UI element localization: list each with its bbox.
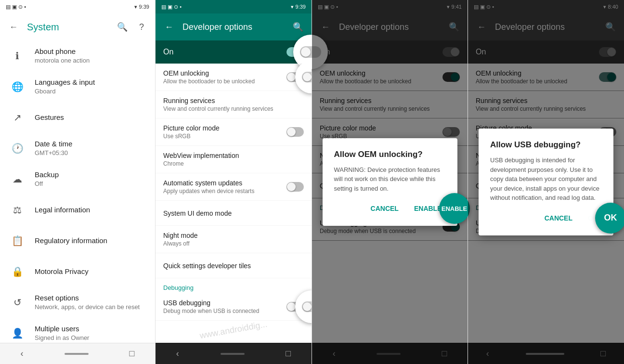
dev-item-autoupdate[interactable]: Automatic system updates Apply updates w…: [156, 173, 312, 201]
dev-item-picture[interactable]: Picture color mode Use sRGB: [156, 118, 312, 146]
autoupdate-title: Automatic system updates: [163, 179, 254, 187]
datetime-icon: 🕐: [8, 139, 27, 158]
nav-bar-2: ‹ □: [156, 343, 312, 364]
settings-item-reset[interactable]: ↺ Reset options Network, apps, or device…: [0, 287, 155, 318]
dev-item-usb[interactable]: USB debugging Debug mode when USB is con…: [156, 293, 312, 321]
settings-item-users[interactable]: 👤 Multiple users Signed in as Owner: [0, 318, 155, 343]
languages-sub: Gboard: [35, 88, 147, 96]
settings-item-gestures[interactable]: ↗ Gestures: [0, 102, 155, 133]
back-icon-1[interactable]: ←: [8, 21, 19, 33]
toolbar-1: ← System 🔍 ?: [0, 13, 155, 40]
notification-icons: ▤ ▣ ⊙ •: [6, 4, 26, 10]
settings-item-about[interactable]: ℹ About phone motorola one action: [0, 40, 155, 71]
status-icons-left: ▤ ▣ ⊙ •: [6, 4, 26, 10]
dev-item-oem[interactable]: OEM unlocking Allow the bootloader to be…: [156, 64, 312, 91]
oem-sub: Allow the bootloader to be unlocked: [163, 78, 255, 85]
developer-title-2: Developer options: [182, 22, 252, 32]
help-icon-1[interactable]: ?: [136, 21, 147, 33]
enable-circle: Enable: [439, 193, 470, 224]
back-nav-1[interactable]: ‹: [21, 349, 24, 359]
backup-icon: ☁: [8, 169, 27, 189]
settings-item-languages[interactable]: 🌐 Languages & input Gboard: [0, 71, 155, 102]
ui-demo-title: System UI demo mode: [163, 209, 304, 217]
usb-large-toggle[interactable]: [302, 301, 312, 312]
search-icon-2[interactable]: 🔍: [292, 21, 304, 33]
usb-toggle-thumb: [287, 302, 296, 311]
usb-circle: [295, 290, 312, 323]
datetime-text: Date & time GMT+05:30: [35, 139, 147, 157]
night-title: Night mode: [163, 232, 304, 239]
reset-icon: ↺: [8, 293, 27, 312]
dev-item-night[interactable]: Night mode Always off: [156, 226, 312, 253]
datetime-title: Date & time: [35, 139, 147, 149]
usb-cancel-button[interactable]: Cancel: [541, 212, 576, 224]
gestures-text: Gestures: [35, 113, 147, 122]
panel-usb-dialog: ▤ ▣ ⊙ • ▾ 8:40 ← Developer options 🔍 On …: [468, 0, 624, 364]
users-icon: 👤: [8, 324, 27, 343]
languages-text: Languages & input Gboard: [35, 78, 147, 95]
settings-item-regulatory[interactable]: 📋 Regulatory information: [0, 225, 155, 256]
oem-large-toggle[interactable]: [302, 72, 312, 82]
dev-settings-list-2: OEM unlocking Allow the bootloader to be…: [156, 64, 312, 343]
back-icon-2[interactable]: ←: [163, 21, 175, 33]
recents-nav-2[interactable]: □: [286, 349, 291, 359]
autoupdate-sub: Apply updates when device restarts: [163, 188, 254, 195]
oem-dialog-buttons: Cancel Enable Enable: [334, 203, 446, 214]
settings-item-privacy[interactable]: 🔒 Motorola Privacy: [0, 256, 155, 287]
about-sub: motorola one action: [35, 57, 147, 65]
languages-icon: 🌐: [8, 77, 27, 96]
dev-item-quicksettings[interactable]: Quick settings developer tiles: [156, 253, 312, 278]
oem-dialog: Allow OEM unlocking? WARNING: Device pro…: [323, 138, 457, 226]
usb-large-toggle-thumb: [303, 302, 312, 311]
webview-sub: Chrome: [163, 160, 304, 167]
regulatory-icon: 📋: [8, 231, 27, 250]
usb-row: USB debugging Debug mode when USB is con…: [163, 299, 304, 314]
status-bar-2: ▤ ▣ ⊙ • ▾ 9:39: [156, 0, 312, 13]
oem-toggle-thumb: [287, 73, 296, 81]
night-sub: Always off: [163, 240, 304, 247]
privacy-title: Motorola Privacy: [35, 267, 147, 276]
search-icon-1[interactable]: 🔍: [117, 21, 128, 33]
backup-text: Backup Off: [35, 170, 147, 188]
picture-row: Picture color mode Use sRGB: [163, 124, 304, 140]
usb-dialog-buttons: Cancel OK OK: [490, 212, 602, 224]
autoupdate-text: Automatic system updates Apply updates w…: [163, 179, 254, 195]
users-sub: Signed in as Owner: [35, 334, 147, 342]
settings-item-datetime[interactable]: 🕐 Date & time GMT+05:30: [0, 133, 155, 164]
picture-text: Picture color mode Use sRGB: [163, 124, 220, 140]
languages-title: Languages & input: [35, 78, 147, 87]
autoupdate-toggle[interactable]: [286, 182, 304, 192]
settings-item-backup[interactable]: ☁ Backup Off: [0, 164, 155, 195]
back-nav-2[interactable]: ‹: [176, 349, 179, 359]
toolbar-actions-2: 🔍: [292, 21, 304, 33]
dev-item-webview[interactable]: WebView implementation Chrome: [156, 146, 312, 173]
picture-title: Picture color mode: [163, 124, 220, 132]
picture-toggle-thumb: [287, 128, 296, 136]
oem-cancel-button[interactable]: Cancel: [367, 203, 403, 214]
users-title: Multiple users: [35, 324, 147, 334]
autoupdate-row: Automatic system updates Apply updates w…: [163, 179, 304, 195]
dev-item-ui-demo[interactable]: System UI demo mode: [156, 201, 312, 226]
recents-nav-1[interactable]: □: [130, 349, 135, 359]
dev-item-running[interactable]: Running services View and control curren…: [156, 91, 312, 118]
usb-dialog-body: USB debugging is intended for developmen…: [490, 156, 602, 203]
backup-title: Backup: [35, 170, 147, 180]
panel-system-settings: ▤ ▣ ⊙ • ▾ 9:39 ← System 🔍 ? ℹ About phon…: [0, 0, 156, 364]
status-icons-right: ▾ 9:39: [134, 4, 149, 10]
status-bar-1: ▤ ▣ ⊙ • ▾ 9:39: [0, 0, 155, 13]
settings-item-legal[interactable]: ⚖ Legal information: [0, 195, 155, 225]
panel-oem-dialog: ▤ ▣ ⊙ • ▾ 9:41 ← Developer options 🔍 On …: [312, 0, 468, 364]
about-icon: ℹ: [8, 46, 27, 65]
time-1: 9:39: [139, 4, 149, 10]
home-indicator-2[interactable]: [221, 353, 245, 355]
picture-toggle[interactable]: [286, 127, 304, 137]
running-sub: View and control currently running servi…: [163, 105, 304, 112]
users-text: Multiple users Signed in as Owner: [35, 324, 147, 342]
autoupdate-toggle-thumb: [287, 182, 296, 191]
usb-ok-button[interactable]: OK OK: [584, 212, 602, 224]
oem-enable-button[interactable]: Enable Enable: [410, 203, 446, 214]
home-indicator-1[interactable]: [65, 353, 89, 355]
privacy-icon: 🔒: [8, 262, 27, 281]
legal-icon: ⚖: [8, 200, 27, 220]
wifi-icon-2: ▾: [291, 4, 294, 10]
